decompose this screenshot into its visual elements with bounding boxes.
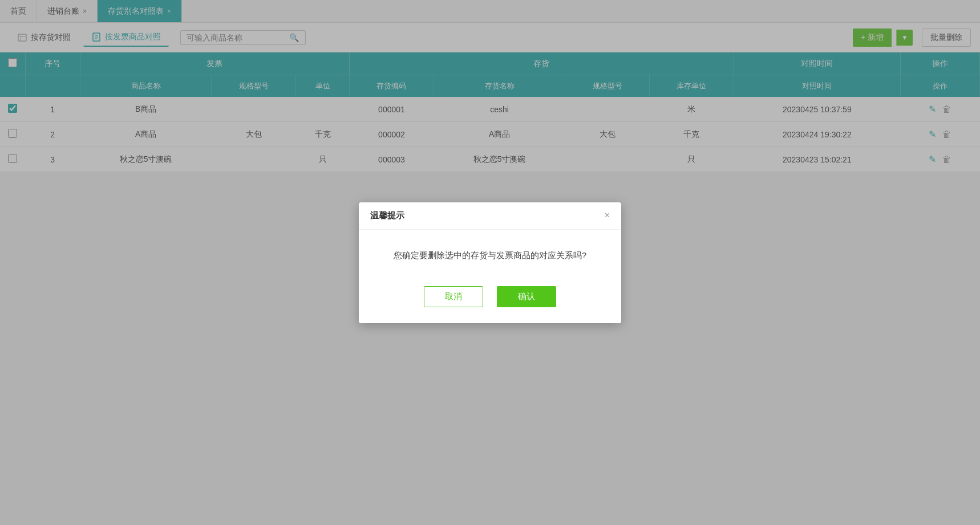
modal-overlay: 温馨提示 × 您确定要删除选中的存货与发票商品的对应关系吗? 取消 确认 [0,0,980,172]
